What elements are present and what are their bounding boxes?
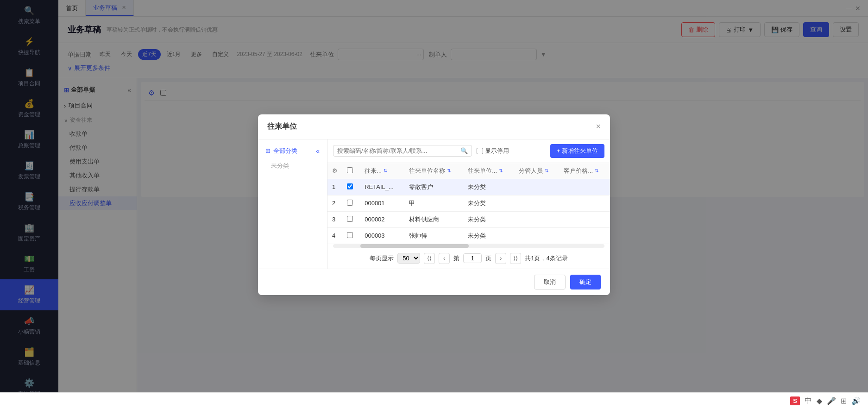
row-check-2[interactable] — [342, 195, 360, 211]
row-manager-3 — [514, 211, 559, 227]
last-page-btn[interactable]: ⟩⟩ — [510, 253, 521, 264]
dialog-pagination: 每页显示 50 ⟨⟨ ‹ 第 页 › ⟩⟩ 共1页，4条记录 — [327, 248, 610, 269]
col-category[interactable]: 往来单位... ⇅ — [463, 163, 514, 179]
table-row[interactable]: 3 000002 材料供应商 未分类 — [327, 211, 610, 227]
page-label: 第 — [453, 254, 459, 263]
page-size-label: 每页显示 — [370, 254, 394, 263]
row-category-1: 未分类 — [463, 179, 514, 195]
dialog-right: 🔍 显示停用 + 新增往来单位 ⚙ — [327, 139, 610, 269]
table-row[interactable]: 1 RETAIL_... 零散客户 未分类 — [327, 179, 610, 195]
col-manager[interactable]: 分管人员 ⇅ — [514, 163, 559, 179]
dialog-table-head: ⚙ 往来... ⇅ 往来单位名 — [327, 163, 610, 179]
col-code[interactable]: 往来... ⇅ — [360, 163, 404, 179]
row-manager-4 — [514, 227, 559, 244]
dialog-scrollbar-thumb — [360, 244, 469, 248]
col-settings-icon: ⚙ — [332, 167, 338, 174]
row-check-4[interactable] — [342, 227, 360, 244]
grid-icon-small: ⊞ — [265, 147, 270, 154]
first-page-btn[interactable]: ⟨⟨ — [424, 253, 435, 264]
dialog-nav-unclassified-label: 未分类 — [271, 162, 289, 169]
table-row[interactable]: 4 000003 张帅得 未分类 — [327, 227, 610, 244]
table-row[interactable]: 2 000001 甲 未分类 — [327, 195, 610, 211]
add-unit-label: + 新增往来单位 — [557, 147, 598, 155]
row-category-3: 未分类 — [463, 211, 514, 227]
dialog-search-box: 🔍 — [333, 145, 472, 157]
col-manager-sort-icon: ⇅ — [545, 168, 548, 173]
row-code-2: 000001 — [360, 195, 404, 211]
dialog-header: 往来单位 × — [258, 114, 610, 139]
col-price-sort-icon: ⇅ — [595, 168, 598, 173]
prev-page-btn[interactable]: ‹ — [439, 253, 450, 264]
dialog-overlay: 往来单位 × ⊞ 全部分类 « 未分类 — [0, 0, 868, 409]
row-checkbox-4[interactable] — [347, 232, 353, 238]
dialog-search-input[interactable] — [337, 147, 458, 154]
col-manager-label: 分管人员 — [519, 167, 543, 175]
page-suffix: 页 — [485, 254, 491, 263]
row-check-3[interactable] — [342, 211, 360, 227]
col-name[interactable]: 往来单位名称 ⇅ — [404, 163, 463, 179]
page-input[interactable] — [463, 253, 482, 263]
dialog-footer: 取消 确定 — [258, 269, 610, 295]
col-code-label: 往来... — [365, 167, 382, 175]
dialog-table: ⚙ 往来... ⇅ 往来单位名 — [327, 163, 610, 244]
collapse-arrow-icon[interactable]: « — [316, 147, 320, 155]
row-num-2: 2 — [327, 195, 342, 211]
dialog-title: 往来单位 — [267, 122, 297, 132]
dialog-table-scroll[interactable]: ⚙ 往来... ⇅ 往来单位名 — [327, 163, 610, 244]
taskbar-mic-icon[interactable]: 🎤 — [827, 396, 836, 405]
confirm-button[interactable]: 确定 — [570, 275, 601, 289]
row-manager-2 — [514, 195, 559, 211]
col-price[interactable]: 客户价格... ⇅ — [559, 163, 610, 179]
row-price-2 — [559, 195, 610, 211]
taskbar-speaker-icon[interactable]: 🔊 — [851, 396, 861, 405]
row-code-1: RETAIL_... — [360, 179, 404, 195]
col-settings[interactable]: ⚙ — [327, 163, 342, 179]
row-category-4: 未分类 — [463, 227, 514, 244]
col-name-label: 往来单位名称 — [409, 167, 445, 175]
taskbar-grid-icon[interactable]: ⊞ — [841, 396, 847, 405]
row-code-3: 000002 — [360, 211, 404, 227]
row-price-4 — [559, 227, 610, 244]
show-disabled-toggle: 显示停用 — [477, 147, 509, 155]
dialog-body: ⊞ 全部分类 « 未分类 🔍 显示停用 — [258, 139, 610, 269]
col-checkbox[interactable] — [342, 163, 360, 179]
row-checkbox-1[interactable] — [347, 183, 353, 189]
col-code-sort-icon: ⇅ — [384, 168, 387, 173]
search-icon-small: 🔍 — [460, 147, 468, 154]
add-unit-button[interactable]: + 新增往来单位 — [550, 144, 604, 158]
col-category-label: 往来单位... — [468, 167, 497, 175]
row-manager-1 — [514, 179, 559, 195]
row-name-4: 张帅得 — [404, 227, 463, 244]
row-checkbox-2[interactable] — [347, 200, 353, 206]
row-check-1[interactable] — [342, 179, 360, 195]
col-name-sort-icon: ⇅ — [447, 168, 451, 173]
dialog-scrollbar[interactable] — [333, 244, 604, 248]
dialog-nav-all[interactable]: ⊞ 全部分类 « — [258, 143, 327, 159]
page-size-select[interactable]: 50 — [397, 253, 420, 264]
row-code-4: 000003 — [360, 227, 404, 244]
row-category-2: 未分类 — [463, 195, 514, 211]
row-num-4: 4 — [327, 227, 342, 244]
pagination-total: 共1页，4条记录 — [525, 254, 567, 263]
taskbar: S 中 ◆ 🎤 ⊞ 🔊 — [0, 392, 868, 409]
dialog-table-body: 1 RETAIL_... 零散客户 未分类 2 — [327, 179, 610, 244]
row-checkbox-3[interactable] — [347, 216, 353, 222]
row-price-3 — [559, 211, 610, 227]
dialog-close-button[interactable]: × — [596, 122, 601, 132]
row-num-1: 1 — [327, 179, 342, 195]
row-num-3: 3 — [327, 211, 342, 227]
dialog-nav-unclassified[interactable]: 未分类 — [258, 159, 327, 173]
cancel-button[interactable]: 取消 — [534, 275, 566, 289]
row-price-1 — [559, 179, 610, 195]
dialog-select-all[interactable] — [347, 167, 353, 173]
show-disabled-label: 显示停用 — [485, 147, 509, 155]
row-name-3: 材料供应商 — [404, 211, 463, 227]
taskbar-diamond-icon[interactable]: ◆ — [817, 396, 822, 405]
dialog-nav-all-label: 全部分类 — [273, 147, 297, 155]
dialog-toolbar: 🔍 显示停用 + 新增往来单位 — [327, 139, 610, 163]
row-name-2: 甲 — [404, 195, 463, 211]
col-category-sort-icon: ⇅ — [499, 168, 503, 173]
taskbar-chinese-icon[interactable]: 中 — [805, 396, 812, 406]
next-page-btn[interactable]: › — [495, 253, 506, 264]
show-disabled-checkbox[interactable] — [477, 148, 483, 154]
